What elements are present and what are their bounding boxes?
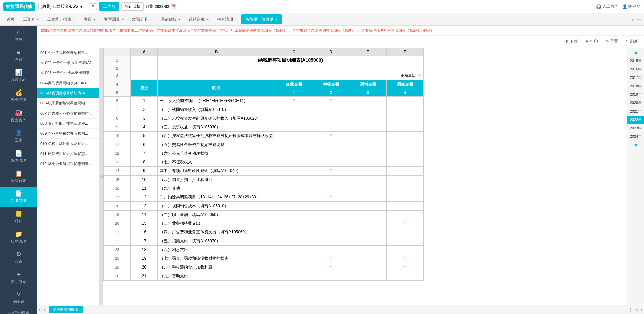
left-item-005[interactable]: 005-纳税调整项目明细表(A1...: [37, 88, 99, 98]
close-tab-icon[interactable]: ✕: [631, 17, 635, 22]
sidebar-item-ledger[interactable]: ≡ 总账: [0, 45, 37, 65]
sidebar-item-guide[interactable]: ✦ 新手引导: [0, 268, 37, 288]
table-row[interactable]: 20 15 （三）业务招待费支出 *: [104, 219, 424, 228]
year-2020[interactable]: 2020年: [627, 99, 644, 107]
table-row[interactable]: 11 6 （五）交易性金融资产初始投资调整: [104, 140, 424, 149]
panel-toggle[interactable]: ◁: [99, 48, 103, 305]
support-link[interactable]: 🎧 人工咨询: [596, 4, 618, 9]
table-row[interactable]: 17 12 二、扣除类调整项目（13+14+...24+26+27+28+29+…: [104, 193, 424, 201]
tab-close-purchase-ledger[interactable]: ✕: [206, 18, 209, 21]
table-area[interactable]: A B C D E F 1: [103, 48, 627, 305]
sidebar-item-close[interactable]: 📒 结账: [0, 207, 37, 227]
table-row[interactable]: 25 19 （七）罚金、罚款和被没收财物的损失 * *: [104, 254, 424, 263]
table-row[interactable]: 16 11 （九）其他: [104, 184, 424, 193]
tab-close-purchase-check[interactable]: ✕: [178, 18, 181, 21]
tab-salary[interactable]: 工资表 ✕: [19, 14, 43, 24]
tab-invoice[interactable]: 发票 ✕: [80, 14, 100, 24]
table-row[interactable]: 22 17 （五）捐赠支出（填写A105070）: [104, 237, 424, 245]
left-item-012[interactable]: 012-减免企业所得税优惠明细表(…: [37, 159, 99, 169]
tab-close-invoice[interactable]: ✕: [93, 18, 96, 21]
table-row[interactable]: 26 21 （九）赞助支出: [104, 272, 424, 280]
year-up-button[interactable]: ▲: [632, 48, 640, 57]
tab-purchase-ledger[interactable]: 进销台账 ✕: [185, 14, 213, 24]
more-tabs-icon[interactable]: ☰: [637, 17, 641, 22]
calendar-icon[interactable]: 📅: [171, 4, 176, 9]
sidebar-item-invoice-mgmt[interactable]: 📄 发票管理: [0, 146, 37, 166]
reset-button[interactable]: ↺ 重置: [604, 38, 620, 45]
sidebar-item-purchase-ledger[interactable]: 📋 进销台账: [0, 166, 37, 187]
left-item-011[interactable]: 011-研发费用加计扣除优惠...: [37, 149, 99, 159]
table-row[interactable]: 13 8 （七）不征税收入: [104, 158, 424, 166]
sidebar-item-member[interactable]: V 畅会员: [0, 288, 37, 308]
left-item-001[interactable]: 001-企业所得税年度纳税申...: [37, 48, 99, 58]
table-row[interactable]: 10 5 （四）按权益法核算长期股权投资对初始投资成本调整确认收益 *: [104, 131, 424, 140]
sidebar-item-funds[interactable]: 💰 资金管理: [0, 86, 37, 106]
table-row[interactable]: 8 3 （二）未按权责发生制原则确认的收入（填写A105020）: [104, 114, 424, 123]
sidebar-item-report[interactable]: 📊 报表中心: [0, 65, 37, 86]
table-row[interactable]: 18 13 （一）视同销售成本（填写A105010）: [104, 201, 424, 210]
year-2021[interactable]: 2021年: [627, 107, 644, 116]
table-row[interactable]: 25 20 （八）税收滞纳金、加收利息 * *: [104, 263, 424, 272]
copy-button[interactable]: ⊟: [89, 3, 97, 10]
next-sheet-icon[interactable]: ▷: [43, 307, 46, 312]
table-row[interactable]: 9 4 （三）投资收益（填写A105030）: [104, 123, 424, 131]
table-row[interactable]: 19 14 （二）职工薪酬（填写A105050）: [104, 210, 424, 219]
sidebar-item-assets[interactable]: 🏭 固定资产: [0, 106, 37, 126]
sidebar-item-archive[interactable]: 📁 归档管理: [0, 227, 37, 247]
year-2023[interactable]: 2023年: [627, 124, 644, 132]
tab-close-income-tax[interactable]: ✕: [275, 18, 278, 21]
table-row[interactable]: 6 1 一、收入类调整项目（2+3+4+5+6+7+8+10+11） * *: [104, 96, 424, 105]
print-button[interactable]: 🖨 打印: [583, 38, 600, 45]
year-2017[interactable]: 2017年: [627, 73, 644, 82]
year-2018[interactable]: 2018年: [627, 82, 644, 90]
sidebar-item-settings[interactable]: ⚙ 设置: [0, 247, 37, 268]
table-row[interactable]: 15 10 （八）销售折扣、折让和退回: [104, 175, 424, 184]
left-item-003[interactable]: ⊗ 003-一般企业成本支出明细...: [37, 68, 99, 78]
tab-home[interactable]: 首页: [3, 14, 19, 24]
tab-income-tax[interactable]: 所得税汇算缴纳 ✕: [241, 14, 282, 24]
unpin-button[interactable]: ◁◁ 取消固定: [0, 308, 37, 314]
tab-invoice-open[interactable]: 发票开具 ✕: [128, 14, 156, 24]
scroll-left-icon[interactable]: ◁: [635, 307, 638, 312]
left-item-009[interactable]: 009-企业所得税弥补亏损明...: [37, 129, 99, 139]
tab-close-tax-list[interactable]: ✕: [235, 18, 237, 21]
sidebar-item-salary[interactable]: 👤 工资: [0, 126, 37, 146]
tab-close-invoice-open[interactable]: ✕: [150, 18, 152, 21]
switch-button[interactable]: 切到旧版: [121, 2, 144, 11]
year-2024[interactable]: 2024年: [627, 132, 644, 141]
tab-close-salary-stats[interactable]: ✕: [73, 18, 75, 21]
sidebar-item-tax[interactable]: 📑 税务管理: [0, 187, 37, 207]
left-item-006[interactable]: 006-职工薪酬纳税调整明细...: [37, 98, 99, 108]
table-row[interactable]: 21 16 （四）广告费和业务宣传费支出（填写A105060）: [104, 228, 424, 237]
sidebar-item-home[interactable]: ⌂ 首页: [0, 26, 37, 45]
table-row[interactable]: 7 2 （一）视同销售收入（填写A105010）: [104, 105, 424, 114]
tab-purchase-check[interactable]: 进销稽核 ✕: [156, 14, 185, 24]
year-2022[interactable]: 2022年: [627, 116, 644, 124]
prev-sheet-icon[interactable]: ◁: [38, 307, 41, 312]
left-item-010[interactable]: 010-免税、减计收入及加计...: [37, 139, 99, 149]
left-item-004[interactable]: 004-期间费用明细表(A1040...: [37, 78, 99, 88]
tab-close-invoice-calc[interactable]: ✕: [121, 18, 124, 21]
table-row[interactable]: 23 18 （六）利息支出: [104, 245, 424, 254]
year-2016[interactable]: 2016年: [627, 65, 644, 73]
left-item-002[interactable]: ⊗ 002-一般企业收入明细表(A1...: [37, 58, 99, 68]
year-2015[interactable]: 2015年: [627, 57, 644, 65]
company-selector[interactable]: (勿删) 江西股金-LSS ▼: [38, 3, 87, 10]
table-row[interactable]: 14 9 其中：专项用途财政性资金（填写A105040） *: [104, 166, 424, 175]
left-item-007[interactable]: 007-广告费和业务宣传费跨时...: [37, 108, 99, 119]
tab-close-salary[interactable]: ✕: [36, 18, 39, 21]
workbench-button[interactable]: 工作台: [99, 2, 119, 11]
tab-invoice-calc[interactable]: 发票测算 ✕: [100, 14, 128, 24]
user-menu[interactable]: 👤 徐泽华: [622, 4, 641, 9]
refresh-button[interactable]: ↻ 刷新: [623, 38, 640, 45]
tab-tax-list[interactable]: 税表清册 ✕: [213, 14, 241, 24]
scroll-right-icon[interactable]: ▷: [640, 307, 643, 312]
year-down-button[interactable]: ▼: [632, 141, 640, 150]
tab-salary-stats[interactable]: 工资统计报表 ✕: [43, 14, 80, 24]
download-button[interactable]: ⬇ 下载: [563, 38, 580, 45]
user-icon: 👤: [622, 4, 627, 9]
left-item-008[interactable]: 008-资产折旧、摊销及纳税...: [37, 119, 99, 129]
year-2019[interactable]: 2019年: [627, 90, 644, 99]
sheet-tab-1[interactable]: 纳税调整明细表: [49, 306, 83, 313]
table-row[interactable]: 12 7 （六）公允价值变动净损益: [104, 149, 424, 158]
